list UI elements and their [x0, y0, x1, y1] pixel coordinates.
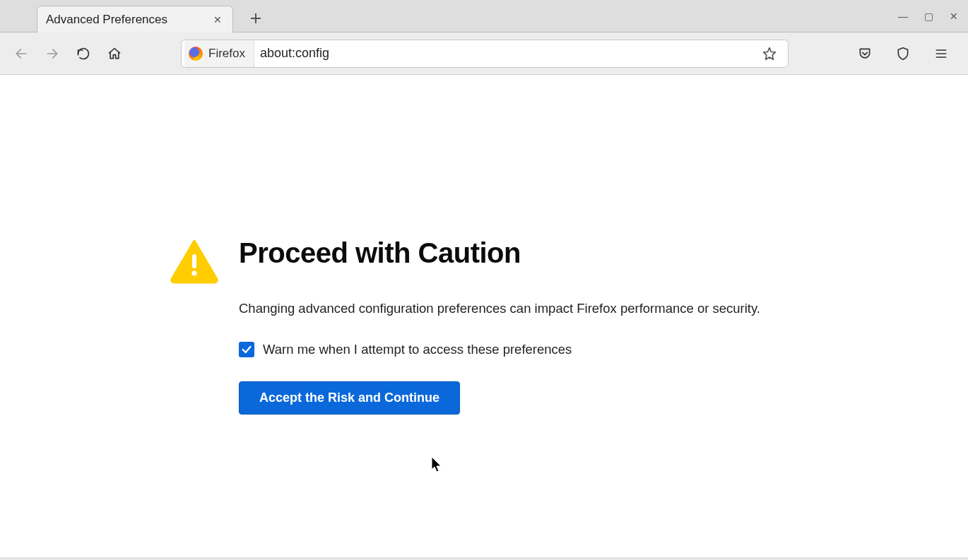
app-menu-button[interactable] — [928, 41, 954, 66]
identity-label: Firefox — [208, 47, 245, 61]
back-button[interactable] — [8, 41, 34, 66]
hamburger-icon — [934, 47, 948, 61]
url-bar[interactable]: Firefox — [181, 40, 789, 68]
window-maximize-button[interactable]: ▢ — [920, 11, 937, 22]
address-input[interactable] — [260, 40, 751, 67]
identity-box[interactable]: Firefox — [184, 40, 254, 67]
page-content: Proceed with Caution Changing advanced c… — [0, 75, 968, 557]
svg-rect-6 — [192, 254, 196, 268]
pocket-icon — [858, 47, 872, 61]
arrow-left-icon — [14, 47, 28, 61]
warn-checkbox-row[interactable]: Warn me when I attempt to access these p… — [239, 342, 805, 357]
warning-title: Proceed with Caution — [239, 237, 805, 269]
warning-body: Proceed with Caution Changing advanced c… — [239, 237, 805, 415]
home-button[interactable] — [102, 41, 127, 66]
warn-checkbox[interactable] — [239, 342, 254, 357]
svg-point-7 — [191, 270, 196, 275]
mouse-cursor-icon — [431, 456, 444, 476]
forward-button[interactable] — [40, 41, 65, 66]
bottom-strip — [0, 557, 968, 560]
close-tab-icon[interactable]: ✕ — [211, 13, 224, 26]
reload-button[interactable] — [71, 41, 96, 66]
about-config-warning: Proceed with Caution Changing advanced c… — [170, 237, 805, 415]
bookmark-star-button[interactable] — [757, 41, 782, 66]
pocket-button[interactable] — [852, 41, 878, 66]
firefox-logo-icon — [189, 47, 203, 61]
warn-checkbox-label: Warn me when I attempt to access these p… — [263, 342, 572, 357]
warning-triangle-icon — [170, 240, 219, 287]
new-tab-button[interactable] — [244, 7, 267, 30]
window-minimize-button[interactable]: — — [895, 11, 911, 22]
tab-advanced-preferences[interactable]: Advanced Preferences ✕ — [37, 6, 233, 32]
svg-marker-2 — [764, 47, 776, 59]
ublock-button[interactable] — [890, 41, 916, 66]
home-icon — [107, 47, 122, 61]
plus-icon — [250, 13, 261, 24]
checkmark-icon — [241, 344, 252, 355]
reload-icon — [76, 47, 90, 61]
warning-description: Changing advanced configuration preferen… — [239, 300, 805, 318]
tab-strip: Advanced Preferences ✕ — ▢ ✕ — [0, 0, 968, 32]
navigation-toolbar: Firefox — [0, 32, 968, 75]
tab-label: Advanced Preferences — [46, 13, 211, 27]
window-controls: — ▢ ✕ — [895, 0, 962, 32]
accept-risk-button[interactable]: Accept the Risk and Continue — [239, 381, 460, 415]
window-close-button[interactable]: ✕ — [945, 11, 962, 22]
shield-icon — [896, 47, 910, 61]
toolbar-right — [852, 41, 960, 66]
arrow-right-icon — [45, 47, 59, 61]
star-icon — [762, 47, 777, 61]
